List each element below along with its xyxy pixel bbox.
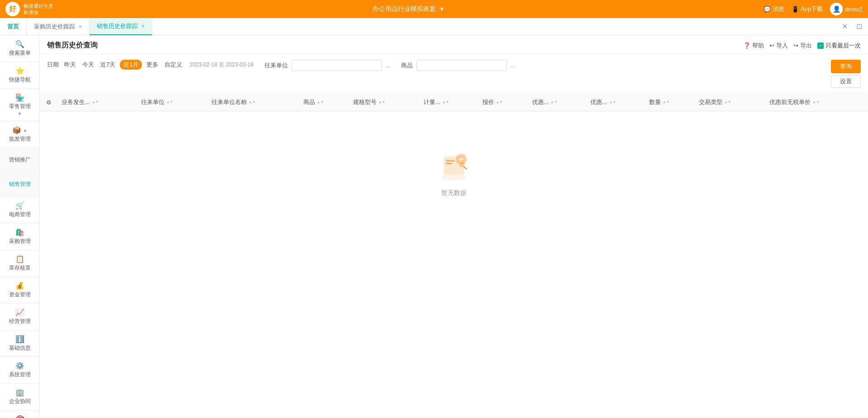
tab-purchase-history[interactable]: 采购历史价跟踪 × [27, 18, 90, 35]
logo-area: 好 畅捷通好生意 标准版 [5, 2, 53, 16]
partner-filter-dots[interactable]: ... [386, 62, 390, 69]
system-icon: ⚙️ [15, 361, 24, 370]
sidebar-item-operations[interactable]: 📈 经营管理 [0, 304, 39, 330]
only-last-checkbox[interactable]: ✓ [817, 43, 824, 49]
date-opt-today[interactable]: 今天 [80, 60, 96, 70]
svg-rect-2 [446, 160, 455, 162]
gear-icon[interactable]: ⚙ [46, 99, 52, 106]
sidebar-item-sales-mgmt[interactable]: 销售管理 [0, 172, 39, 197]
sidebar-item-basic-info[interactable]: ℹ️ 基础信息 [0, 330, 39, 357]
help-icon: ❓ [743, 42, 750, 49]
goods-filter-input[interactable] [416, 60, 507, 71]
retail-icon: 🏪 [15, 93, 24, 102]
filter-area: 日期 昨天 今天 近7天 近1月 更多 自定义 2023-02-18 至 202… [40, 54, 868, 94]
table-header: ⚙ 业务发生... ▲▼ 往来 [40, 94, 868, 111]
guide-icon: 🎯 [15, 415, 24, 418]
date-opt-more[interactable]: 更多 [145, 60, 160, 70]
date-filter-label: 日期 [47, 61, 59, 69]
tab-bar: 首页 采购历史价跟踪 × 销售历史价跟踪 × ✕ ⊡ [0, 18, 868, 35]
sidebar-item-inventory[interactable]: 📋 库存核算 [0, 250, 39, 277]
purchase-icon: 🛍️ [15, 228, 24, 237]
sort-discount1-icon[interactable]: ▲▼ [551, 100, 558, 104]
only-last-checkbox-label[interactable]: ✓ 只看最后一次 [817, 42, 861, 50]
sidebar-item-system[interactable]: ⚙️ 系统管理 [0, 357, 39, 384]
export-button[interactable]: ↪ 导出 [793, 42, 812, 50]
sort-discount2-icon[interactable]: ▲▼ [609, 100, 616, 104]
date-options: 昨天 今天 近7天 近1月 更多 自定义 [62, 60, 184, 70]
home-tab-label: 首页 [7, 23, 19, 31]
purchase-history-tab-close-icon[interactable]: × [79, 24, 82, 30]
th-biz-date: 业务发生... ▲▼ [58, 94, 137, 111]
sidebar-item-finance[interactable]: 💰 资金管理 [0, 277, 39, 304]
th-gear: ⚙ [40, 94, 58, 111]
finance-icon: 💰 [15, 281, 24, 290]
header-right: 💬 消息 📱 App下载 👤 demo2 [764, 3, 863, 15]
help-button[interactable]: ❓ 帮助 [743, 42, 764, 50]
tab-maximize-button[interactable]: ⊡ [854, 21, 864, 32]
logo-icon: 好 [5, 2, 20, 16]
th-discount2: 优惠... ▲▼ [587, 94, 645, 111]
sort-unit-icon[interactable]: ▲▼ [442, 100, 449, 104]
sidebar-item-purchase[interactable]: 🛍️ 采购管理 [0, 223, 39, 250]
svg-rect-3 [446, 163, 452, 164]
dropdown-label[interactable]: 办公用品行业模拟账套 [373, 5, 436, 13]
empty-text: 暂无数据 [441, 189, 467, 197]
tab-sales-history[interactable]: 销售历史价跟踪 × [90, 18, 152, 35]
date-opt-yesterday[interactable]: 昨天 [62, 60, 78, 70]
svg-line-6 [464, 166, 467, 169]
wholesale-icon: 📦 [12, 126, 21, 134]
sort-trade-type-icon[interactable]: ▲▼ [724, 100, 731, 104]
sales-history-tab-label: 销售历史价跟踪 [97, 22, 138, 30]
page-inner: 销售历史价查询 ❓ 帮助 ↩ 导入 ↪ 导出 [40, 35, 868, 418]
empty-state: 暂无数据 [40, 111, 868, 233]
th-trade-type: 交易类型 ▲▼ [695, 94, 766, 111]
import-button[interactable]: ↩ 导入 [769, 42, 788, 50]
sort-quote-icon[interactable]: ▲▼ [496, 100, 503, 104]
sort-partner-code-icon[interactable]: ▲▼ [166, 100, 174, 104]
star-icon: ⭐ [15, 66, 24, 75]
query-button[interactable]: 查询 [831, 60, 861, 73]
settings-button[interactable]: 设置 [831, 75, 861, 88]
content-area: 销售历史价查询 ❓ 帮助 ↩ 导入 ↪ 导出 [40, 35, 868, 418]
dropdown-arrow-icon[interactable]: ▼ [439, 6, 445, 12]
user-menu[interactable]: 👤 demo2 [830, 3, 863, 15]
sidebar-item-marketing[interactable]: 营销推广 [0, 148, 39, 172]
app-download-button[interactable]: 📱 App下载 [792, 5, 823, 13]
import-icon: ↩ [769, 42, 774, 49]
phone-icon: 📱 [792, 6, 799, 13]
th-pretax-price: 优惠前无税单价 ▲▼ [766, 94, 868, 111]
sidebar-item-ecommerce[interactable]: 🛒 电商管理 [0, 197, 39, 223]
top-header: 好 畅捷通好生意 标准版 办公用品行业模拟账套 ▼ 💬 消息 📱 App下载 👤… [0, 0, 868, 18]
sidebar-item-enterprise[interactable]: 🏢 企业协同 [0, 384, 39, 410]
sidebar-item-wholesale[interactable]: 📦 ▲ 批发管理 [0, 121, 39, 148]
partner-filter-input[interactable] [292, 60, 382, 71]
th-goods: 商品 ▲▼ [300, 94, 349, 111]
sales-history-tab-close-icon[interactable]: × [142, 23, 145, 29]
sort-pretax-price-icon[interactable]: ▲▼ [812, 100, 820, 104]
message-button[interactable]: 💬 消息 [764, 5, 784, 13]
date-opt-custom[interactable]: 自定义 [163, 60, 184, 70]
th-quote: 报价 ▲▼ [479, 94, 528, 111]
date-opt-1month[interactable]: 近1月 [120, 60, 142, 70]
avatar: 👤 [830, 3, 843, 15]
tab-bar-actions: ✕ ⊡ [839, 21, 868, 32]
export-icon: ↪ [793, 42, 798, 49]
goods-filter-dots[interactable]: ... [510, 62, 515, 69]
date-opt-7days[interactable]: 近7天 [99, 60, 117, 70]
tab-close-all-button[interactable]: ✕ [839, 21, 850, 32]
sort-goods-icon[interactable]: ▲▼ [317, 100, 324, 104]
sort-quantity-icon[interactable]: ▲▼ [663, 100, 670, 104]
date-range-display: 2023-02-18 至 2023-03-18 [189, 61, 253, 69]
message-icon: 💬 [764, 6, 771, 13]
sidebar-item-retail[interactable]: 🏪 零售管理 ▼ [0, 89, 39, 121]
sort-biz-date-icon[interactable]: ▲▼ [92, 100, 99, 104]
tab-home[interactable]: 首页 [0, 18, 27, 35]
sidebar-item-quick-nav[interactable]: ⭐ 快捷导航 [0, 62, 39, 89]
table-container: ⚙ 业务发生... ▲▼ 往来 [40, 94, 868, 233]
sidebar-item-guide[interactable]: 🎯 新手引导 [0, 410, 39, 418]
sort-spec-icon[interactable]: ▲▼ [378, 100, 386, 104]
ecommerce-icon: 🛒 [15, 201, 24, 210]
sort-partner-name-icon[interactable]: ▲▼ [249, 100, 256, 104]
sidebar-item-search[interactable]: 🔍 搜索菜单 [0, 35, 39, 62]
page-actions: ❓ 帮助 ↩ 导入 ↪ 导出 ✓ 只看最后一次 [743, 42, 861, 50]
